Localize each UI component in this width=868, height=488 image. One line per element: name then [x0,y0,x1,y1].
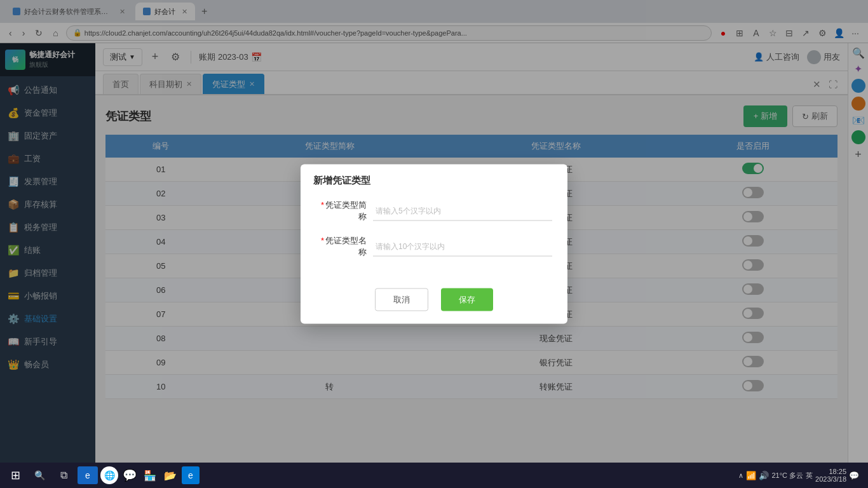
taskbar-notification-icon[interactable]: 💬 [849,471,859,480]
taskbar-chevron[interactable]: ∧ [738,471,743,480]
taskbar-weather: 21°C 多云 [771,471,803,480]
cancel-button[interactable]: 取消 [375,288,428,311]
dialog-title: 新增凭证类型 [301,165,567,194]
name-label: *凭证类型名称 [316,235,373,258]
taskbar-edge-icon[interactable]: e [78,466,98,484]
name-required: * [321,236,324,245]
name-input[interactable] [373,236,552,257]
taskbar-speaker-icon: 🔊 [759,471,769,480]
taskbar-network-icon: 📶 [746,471,756,480]
taskbar-clock: 18:25 2023/3/18 [815,468,846,483]
abbr-form-row: *凭证类型简称 [316,200,552,222]
taskbar: ⊞ 🔍 ⧉ e 🌐 💬 🏪 📂 e ∧ 📶 🔊 21°C 多云 英 18:25 … [0,463,868,488]
save-button[interactable]: 保存 [441,288,493,311]
taskbar-lang: 英 [806,471,813,480]
taskbar-store-icon[interactable]: 🏪 [141,466,159,484]
taskbar-taskview-button[interactable]: ⧉ [52,465,75,485]
dialog-footer: 取消 保存 [301,283,567,324]
abbr-input[interactable] [373,201,552,221]
dialog-body: *凭证类型简称 *凭证类型名称 [301,194,567,283]
taskbar-edge2-icon[interactable]: e [182,466,200,484]
add-voucher-type-dialog: 新增凭证类型 *凭证类型简称 *凭证类型名称 取消 保存 [301,165,567,324]
start-button[interactable]: ⊞ [4,465,27,485]
taskbar-folder-icon[interactable]: 📂 [161,466,179,484]
abbr-required: * [321,200,324,210]
abbr-label: *凭证类型简称 [316,200,373,222]
name-form-row: *凭证类型名称 [316,235,552,258]
taskbar-date-value: 2023/3/18 [815,475,846,483]
taskbar-chrome-icon[interactable]: 🌐 [100,466,118,484]
taskbar-time-value: 18:25 [829,468,846,475]
taskbar-wechat-icon[interactable]: 💬 [121,466,139,484]
taskbar-right: ∧ 📶 🔊 21°C 多云 英 18:25 2023/3/18 💬 [738,468,864,483]
taskbar-search-button[interactable]: 🔍 [29,465,50,485]
